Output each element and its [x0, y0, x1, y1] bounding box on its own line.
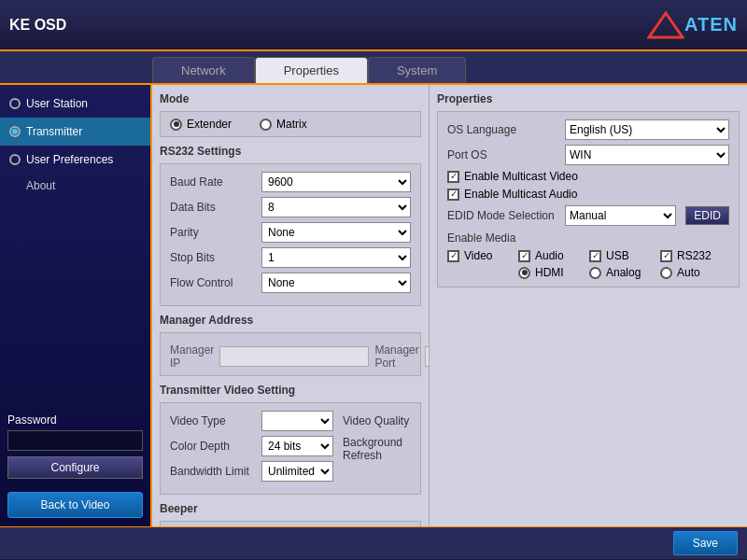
port-os-label: Port OS	[447, 148, 559, 161]
bandwidth-limit-label: Bandwidth Limit	[170, 465, 254, 478]
hdmi-radio[interactable]	[518, 267, 530, 279]
multicast-audio-row: Enable Multicast Audio	[447, 188, 729, 201]
data-bits-label: Data Bits	[170, 201, 254, 214]
app-title: KE OSD	[9, 17, 66, 34]
edid-select[interactable]: Manual	[565, 205, 676, 226]
sidebar-item-user-preferences[interactable]: User Preferences	[0, 146, 150, 174]
video-quality-row: Video Quality 5	[343, 411, 430, 431]
configure-button[interactable]: Configure	[7, 456, 143, 479]
multicast-video-row: Enable Multicast Video	[447, 170, 729, 183]
extender-label: Extender	[187, 118, 232, 131]
mode-section: Mode Extender Matrix	[160, 92, 421, 137]
tabs-bar: Network Properties System	[0, 51, 747, 85]
enable-media-section: Enable Media Video Audio USB	[447, 231, 729, 279]
transmitter-label: Transmitter	[26, 125, 82, 138]
analog-option[interactable]: Analog	[589, 266, 658, 279]
video-media-label: Video	[464, 249, 492, 262]
usb-media-checkbox[interactable]	[589, 250, 601, 262]
video-type-select[interactable]	[261, 411, 333, 431]
multicast-video-checkbox[interactable]	[447, 171, 459, 183]
extender-radio[interactable]	[170, 119, 182, 131]
multicast-audio-checkbox[interactable]	[447, 189, 459, 201]
hdmi-option[interactable]: HDMI	[518, 266, 587, 279]
port-os-select[interactable]: WIN	[565, 145, 729, 165]
right-panel: Properties OS Language English (US) Port…	[430, 85, 747, 526]
extender-option[interactable]: Extender	[170, 118, 232, 131]
matrix-label: Matrix	[276, 118, 307, 131]
video-media-checkbox[interactable]	[447, 250, 459, 262]
port-os-row: Port OS WIN	[447, 145, 729, 165]
sidebar-item-user-station[interactable]: User Station	[0, 90, 150, 118]
main-layout: User Station Transmitter User Preference…	[0, 85, 747, 526]
sidebar-item-transmitter[interactable]: Transmitter	[0, 118, 150, 146]
properties-title: Properties	[437, 92, 740, 105]
manager-title: Manager Address	[160, 314, 421, 327]
multicast-video-label: Enable Multicast Video	[464, 170, 578, 183]
data-bits-row: Data Bits 87	[170, 197, 411, 217]
rs232-media-checkbox[interactable]	[660, 250, 672, 262]
transmitter-radio[interactable]	[9, 126, 21, 137]
audio-media-option[interactable]: Audio	[518, 249, 587, 262]
analog-radio[interactable]	[589, 267, 601, 279]
edid-row: EDID Mode Selection Manual EDID	[447, 205, 729, 226]
tab-network[interactable]: Network	[152, 57, 255, 83]
left-panel: Mode Extender Matrix RS232 Settings	[152, 85, 430, 526]
analog-label: Analog	[606, 266, 641, 279]
tab-properties[interactable]: Properties	[255, 57, 368, 83]
enable-media-title: Enable Media	[447, 231, 729, 245]
color-depth-row: Color Depth 24 bits16 bits	[170, 436, 333, 456]
stop-bits-select[interactable]: 12	[261, 247, 411, 268]
manager-port-label: Manager Port	[374, 343, 418, 370]
parity-row: Parity NoneEvenOdd	[170, 222, 411, 243]
matrix-radio[interactable]	[260, 119, 272, 131]
user-station-label: User Station	[26, 97, 88, 110]
auto-radio[interactable]	[660, 267, 672, 279]
password-input[interactable]	[7, 430, 143, 451]
stop-bits-row: Stop Bits 12	[170, 247, 411, 268]
transmitter-video-title: Transmitter Video Setting	[160, 384, 421, 397]
video-type-label: Video Type	[170, 414, 254, 427]
baud-rate-row: Baud Rate 96001920038400	[170, 172, 411, 192]
audio-media-checkbox[interactable]	[518, 250, 530, 262]
tab-system[interactable]: System	[368, 57, 466, 83]
bandwidth-limit-row: Bandwidth Limit Unlimited100Mbps	[170, 461, 333, 482]
manager-ip-label: Manager IP	[170, 343, 214, 370]
baud-rate-select[interactable]: 96001920038400	[261, 172, 411, 192]
os-language-select[interactable]: English (US)	[565, 119, 729, 140]
rs232-section: RS232 Settings Baud Rate 96001920038400 …	[160, 145, 421, 306]
rs232-media-option[interactable]: RS232	[660, 249, 729, 262]
audio-media-label: Audio	[535, 249, 564, 262]
header: KE OSD ATEN	[0, 0, 747, 51]
auto-option[interactable]: Auto	[660, 266, 729, 279]
matrix-option[interactable]: Matrix	[260, 118, 307, 131]
parity-label: Parity	[170, 226, 254, 239]
beeper-fields: Enable	[160, 521, 421, 526]
edid-label: EDID Mode Selection	[447, 209, 559, 222]
beeper-section: Beeper Enable	[160, 502, 421, 526]
save-button[interactable]: Save	[673, 531, 738, 555]
user-preferences-label: User Preferences	[26, 153, 113, 166]
flow-control-select[interactable]: None	[261, 273, 411, 293]
mode-options: Extender Matrix	[160, 111, 421, 137]
user-preferences-radio[interactable]	[9, 154, 21, 165]
password-section: Password Configure	[0, 406, 150, 486]
color-depth-label: Color Depth	[170, 440, 254, 453]
sidebar-about[interactable]: About	[0, 174, 150, 198]
usb-media-option[interactable]: USB	[589, 249, 658, 262]
flow-control-label: Flow Control	[170, 276, 254, 289]
usb-media-label: USB	[606, 249, 629, 262]
edid-button[interactable]: EDID	[685, 206, 729, 225]
manager-ip-input[interactable]	[219, 346, 369, 367]
multicast-audio-option[interactable]: Enable Multicast Audio	[447, 188, 577, 201]
user-station-radio[interactable]	[9, 98, 21, 109]
data-bits-select[interactable]: 87	[261, 197, 411, 217]
color-depth-select[interactable]: 24 bits16 bits	[261, 436, 333, 456]
parity-select[interactable]: NoneEvenOdd	[261, 222, 411, 243]
video-media-option[interactable]: Video	[447, 249, 516, 262]
properties-fields: OS Language English (US) Port OS WIN	[437, 111, 740, 287]
multicast-video-option[interactable]: Enable Multicast Video	[447, 170, 578, 183]
bandwidth-limit-select[interactable]: Unlimited100Mbps	[261, 461, 333, 482]
baud-rate-label: Baud Rate	[170, 175, 254, 189]
media-row2: HDMI Analog Auto	[447, 266, 729, 279]
back-to-video-button[interactable]: Back to Video	[7, 492, 143, 518]
